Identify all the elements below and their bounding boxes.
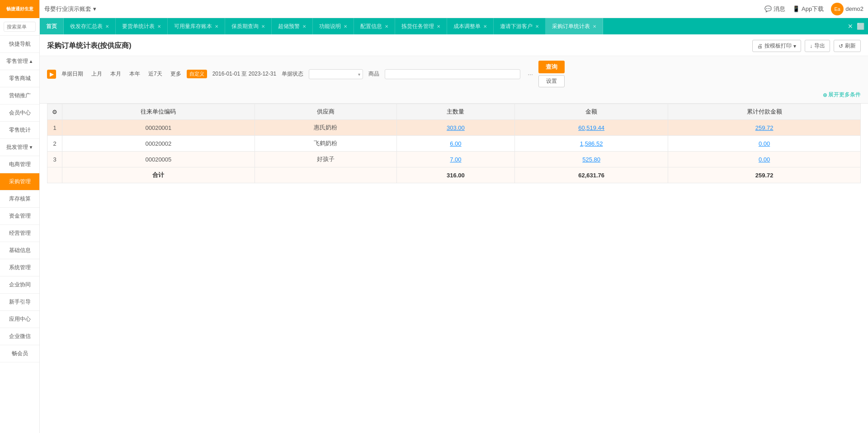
goods-input[interactable] — [385, 69, 520, 79]
tab-keyong[interactable]: 可用量库存账本 ✕ — [168, 18, 225, 34]
cell-amount-2[interactable]: 525.80 — [515, 152, 668, 167]
sidebar-item-batch[interactable]: 批发管理 ▼ — [0, 139, 39, 156]
footer-empty2 — [255, 167, 396, 183]
cell-paid-2[interactable]: 0.00 — [668, 152, 861, 167]
sidebar-item-retail-stat[interactable]: 零售统计 — [0, 122, 39, 139]
refresh-button[interactable]: ↺ 刷新 — [834, 40, 861, 52]
goods-filter-label: 商品 — [368, 70, 379, 78]
cell-amount-1[interactable]: 1,586.52 — [515, 136, 668, 152]
tab-zhehuo[interactable]: 拣货任务管理 ✕ — [395, 18, 447, 34]
sidebar-item-sys[interactable]: 系统管理 — [0, 259, 39, 276]
tab-gongneng[interactable]: 功能说明 ✕ — [313, 18, 354, 34]
tab-gongneng-label: 功能说明 — [319, 23, 341, 30]
tab-yaoqing-label: 邀请下游客户 — [500, 23, 533, 30]
print-button[interactable]: 🖨 按模板打印 ▾ — [752, 40, 801, 52]
sidebar-item-ecom[interactable]: 电商管理 — [0, 156, 39, 173]
sidebar-nav-label: 快捷导航 — [0, 36, 39, 53]
date-option-this-month[interactable]: 本月 — [108, 69, 124, 79]
app-logo-text: 畅捷通好生意 — [6, 6, 33, 12]
cell-paid-1[interactable]: 0.00 — [668, 136, 861, 152]
cell-paid-0[interactable]: 259.72 — [668, 120, 861, 136]
expand-more-btn[interactable]: ⊕ 展开更多条件 — [823, 91, 861, 99]
status-select[interactable] — [309, 69, 363, 79]
sidebar-item-basic[interactable]: 基础信息 — [0, 242, 39, 259]
table-row: 1 00020001 惠氏奶粉 303.00 60,519.44 259.72 — [47, 120, 861, 136]
tab-caigou[interactable]: 采购订单统计表 ✕ — [546, 18, 603, 34]
tab-gongneng-close[interactable]: ✕ — [344, 24, 347, 29]
tab-caigou-label: 采购订单统计表 — [552, 23, 590, 30]
tab-peizhi-close[interactable]: ✕ — [385, 24, 388, 29]
tab-yaoqing-close[interactable]: ✕ — [535, 24, 539, 29]
sidebar-item-marketing[interactable]: 营销推广 — [0, 87, 39, 105]
cell-code-1: 00020002 — [62, 136, 255, 152]
table-header-row: ⚙ 往来单位编码 供应商 主数量 金额 累计付款金额 — [47, 104, 861, 120]
cell-supplier-1: 飞鹤奶粉 — [255, 136, 396, 152]
sidebar-item-inventory[interactable]: 库存核算 — [0, 190, 39, 208]
date-option-7days[interactable]: 近7天 — [146, 69, 165, 79]
cell-qty-1[interactable]: 6.00 — [396, 136, 514, 152]
cell-amount-0[interactable]: 60,519.44 — [515, 120, 668, 136]
tab-yaohuo-close[interactable]: ✕ — [157, 24, 161, 29]
tab-shofashou[interactable]: 收发存汇总表 ✕ — [64, 18, 116, 34]
sidebar-item-wechat[interactable]: 企业微信 — [0, 328, 39, 345]
app-download-btn[interactable]: 📱 App下载 — [793, 5, 824, 13]
tab-yaohuo[interactable]: 要货单统计表 ✕ — [116, 18, 168, 34]
avatar: Ea — [831, 3, 844, 15]
table-area: ⚙ 往来单位编码 供应商 主数量 金额 累计付款金额 1 00020001 惠氏… — [40, 104, 868, 433]
search-input[interactable] — [4, 22, 36, 32]
user-profile[interactable]: Ea demo2 — [831, 3, 863, 15]
tab-chengben[interactable]: 成本调整单 ✕ — [447, 18, 494, 34]
table-row: 3 00020005 好孩子 7.00 525.80 0.00 — [47, 152, 861, 167]
tab-peizhi[interactable]: 配置信息 ✕ — [354, 18, 395, 34]
tab-zhehuo-close[interactable]: ✕ — [437, 24, 440, 29]
tab-chaochun-close[interactable]: ✕ — [302, 24, 306, 29]
message-btn[interactable]: 💬 消息 — [764, 5, 785, 13]
th-qty: 主数量 — [396, 104, 514, 120]
th-paid: 累计付款金额 — [668, 104, 861, 120]
account-dropdown[interactable]: 母婴行业演示账套 ▾ — [44, 5, 96, 13]
sidebar-item-purchase[interactable]: 采购管理 — [0, 173, 39, 190]
tab-yaoqing[interactable]: 邀请下游客户 ✕ — [494, 18, 546, 34]
sidebar-item-vip[interactable]: 畅会员 — [0, 345, 39, 362]
th-settings[interactable]: ⚙ — [47, 104, 62, 120]
status-filter-label: 单据状态 — [282, 70, 303, 78]
footer-qty: 316.00 — [396, 167, 514, 183]
cell-qty-2[interactable]: 7.00 — [396, 152, 514, 167]
filter-toggle-btn[interactable]: ▶ — [47, 70, 56, 79]
cell-supplier-0: 惠氏奶粉 — [255, 120, 396, 136]
date-option-this-year[interactable]: 本年 — [127, 69, 143, 79]
table-footer-row: 合计 316.00 62,631.76 259.72 — [47, 167, 861, 183]
sidebar-item-retail[interactable]: 零售管理 ▲ — [0, 53, 39, 70]
status-select-wrap — [309, 69, 363, 79]
sidebar-item-ops[interactable]: 经营管理 — [0, 225, 39, 242]
tab-keyong-close[interactable]: ✕ — [215, 24, 218, 29]
tab-caigou-close[interactable]: ✕ — [593, 24, 596, 29]
nav-close-all-btn[interactable]: ✕ — [848, 23, 853, 30]
sidebar-item-appstore[interactable]: 应用中心 — [0, 311, 39, 328]
goods-filter-more-icon[interactable]: ··· — [528, 71, 533, 78]
nav-restore-btn[interactable]: ⬜ — [857, 23, 864, 30]
footer-amount: 62,631.76 — [515, 167, 668, 183]
tab-shofashou-close[interactable]: ✕ — [105, 24, 109, 29]
sidebar-item-corp[interactable]: 企业协同 — [0, 276, 39, 294]
tab-baozhi-close[interactable]: ✕ — [261, 24, 265, 29]
sidebar-item-member[interactable]: 会员中心 — [0, 105, 39, 122]
table-body: 1 00020001 惠氏奶粉 303.00 60,519.44 259.72 … — [47, 120, 861, 167]
date-option-more[interactable]: 更多 — [168, 69, 184, 79]
query-button[interactable]: 查询 — [538, 61, 565, 73]
date-custom-label[interactable]: 自定义 — [187, 70, 207, 78]
export-button[interactable]: ↓ 导出 — [805, 40, 830, 52]
print-icon: 🖨 — [757, 43, 763, 49]
tab-home[interactable]: 首页 — [40, 18, 64, 34]
tab-chengben-close[interactable]: ✕ — [483, 24, 487, 29]
date-option-last-month[interactable]: 上月 — [89, 69, 105, 79]
tab-baozhi[interactable]: 保质期查询 ✕ — [225, 18, 272, 34]
tab-chaochun[interactable]: 超储预警 ✕ — [272, 18, 313, 34]
sidebar-item-new[interactable]: 新手引导 — [0, 294, 39, 311]
cell-qty-0[interactable]: 303.00 — [396, 120, 514, 136]
tab-zhehuo-label: 拣货任务管理 — [401, 23, 434, 30]
sidebar-item-funds[interactable]: 资金管理 — [0, 208, 39, 225]
page-header-actions: 🖨 按模板打印 ▾ ↓ 导出 ↺ 刷新 — [752, 40, 861, 52]
sidebar-item-retail-shop[interactable]: 零售商城 — [0, 70, 39, 87]
settings-button[interactable]: 设置 — [538, 75, 565, 87]
